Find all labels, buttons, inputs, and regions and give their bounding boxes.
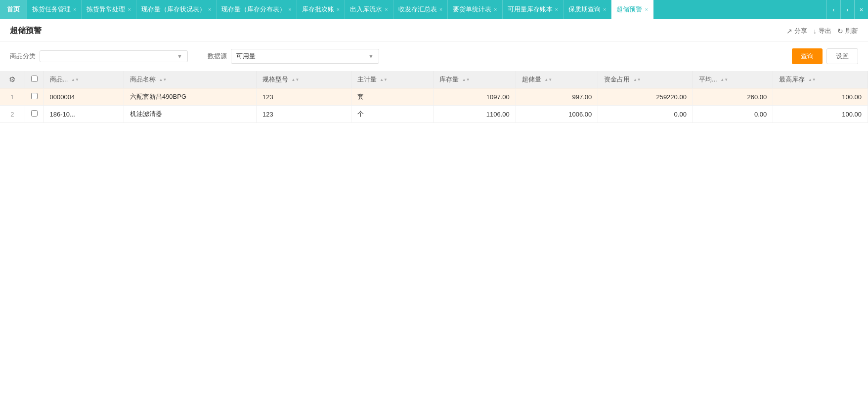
col-gear-header: ⚙ (0, 71, 25, 88)
nav-home[interactable]: 首页 (0, 0, 27, 19)
close-icon[interactable]: × (385, 6, 388, 12)
share-icon: ↗ (786, 27, 792, 35)
refresh-icon: ↻ (837, 27, 843, 35)
row-overstock: 997.00 (516, 88, 598, 106)
filter-buttons: 查询 设置 (792, 48, 858, 64)
sort-icon: ▲▼ (380, 78, 388, 82)
nav-arrows: ‹ › × (826, 0, 868, 19)
nav-item-1[interactable]: 拣货异常处理 × (82, 0, 136, 19)
export-icon: ↓ (813, 27, 817, 35)
col-checkbox-header (25, 71, 43, 88)
row-code: 0000004 (43, 88, 124, 106)
nav-item-10[interactable]: 超储预警 × (611, 0, 653, 19)
chevron-down-icon: ▼ (368, 53, 374, 59)
main-content: 超储预警 ↗ 分享 ↓ 导出 ↻ 刷新 商品分类 ▼ 数据源 (0, 19, 868, 395)
row-index: 2 (0, 106, 25, 123)
close-icon[interactable]: × (555, 6, 558, 12)
category-filter: 商品分类 ▼ (10, 50, 188, 62)
filter-row: 商品分类 ▼ 数据源 可用量 ▼ 查询 设置 (0, 41, 868, 71)
row-checkbox[interactable] (31, 93, 38, 99)
row-unit: 套 (351, 88, 434, 106)
nav-item-5[interactable]: 出入库流水 × (345, 0, 393, 19)
row-overstock: 1006.00 (516, 106, 598, 123)
category-select[interactable]: ▼ (40, 50, 188, 62)
nav-item-3[interactable]: 现存量（库存分布表） × (217, 0, 297, 19)
row-checkbox-cell (25, 88, 43, 106)
nav-item-8[interactable]: 可用量库存账本 × (503, 0, 564, 19)
page-title: 超储预警 (10, 26, 42, 36)
table-row: 1 0000004 六配套新昌490BPG 123 套 1097.00 997.… (0, 88, 868, 106)
row-avg: 260.00 (693, 88, 773, 106)
col-overstock-header: 超储量 ▲▼ (516, 71, 598, 88)
chevron-down-icon: ▼ (177, 53, 182, 59)
datasource-label: 数据源 (208, 52, 227, 61)
close-icon[interactable]: × (494, 6, 497, 12)
row-code: 186-10... (43, 106, 124, 123)
col-maxstock-header: 最高库存 ▲▼ (773, 71, 868, 88)
col-unit-header: 主计量 ▲▼ (351, 71, 434, 88)
refresh-button[interactable]: ↻ 刷新 (837, 27, 858, 36)
close-icon[interactable]: × (288, 6, 291, 12)
row-name: 六配套新昌490BPG (124, 88, 256, 106)
table-container: ⚙ 商品... ▲▼ 商品名称 ▲▼ 规格型号 ▲▼ (0, 71, 868, 123)
row-checkbox[interactable] (31, 110, 38, 117)
sort-icon: ▲▼ (544, 78, 552, 82)
nav-item-9[interactable]: 保质期查询 × (564, 0, 611, 19)
nav-item-4[interactable]: 库存批次账 × (297, 0, 345, 19)
row-index: 1 (0, 88, 25, 106)
table-body: 1 0000004 六配套新昌490BPG 123 套 1097.00 997.… (0, 88, 868, 123)
datasource-select-value: 可用量 (236, 52, 256, 61)
category-label: 商品分类 (10, 52, 36, 61)
share-button[interactable]: ↗ 分享 (786, 27, 807, 36)
close-icon[interactable]: × (208, 6, 211, 12)
row-spec: 123 (256, 88, 351, 106)
sort-icon: ▲▼ (720, 78, 728, 82)
sort-icon: ▲▼ (462, 78, 470, 82)
col-name-header: 商品名称 ▲▼ (124, 71, 256, 88)
close-icon[interactable]: × (128, 6, 130, 12)
col-capital-header: 资金占用 ▲▼ (598, 71, 693, 88)
row-spec: 123 (256, 106, 351, 123)
export-button[interactable]: ↓ 导出 (813, 27, 831, 36)
nav-item-7[interactable]: 要货单统计表 × (448, 0, 502, 19)
table-row: 2 186-10... 机油滤清器 123 个 1106.00 1006.00 … (0, 106, 868, 123)
nav-item-0[interactable]: 拣货任务管理 × (27, 0, 82, 19)
settings-button[interactable]: 设置 (826, 48, 858, 64)
row-name: 机油滤清器 (124, 106, 256, 123)
nav-item-6[interactable]: 收发存汇总表 × (393, 0, 448, 19)
sort-icon: ▲▼ (159, 78, 167, 82)
top-navigation: 首页 拣货任务管理 × 拣货异常处理 × 现存量（库存状况表） × 现存量（库存… (0, 0, 868, 19)
row-maxstock: 100.00 (773, 88, 868, 106)
close-icon[interactable]: × (73, 6, 76, 12)
datasource-filter: 数据源 可用量 ▼ (208, 49, 379, 64)
close-icon[interactable]: × (645, 6, 648, 12)
row-checkbox-cell (25, 106, 43, 123)
sort-icon: ▲▼ (292, 78, 300, 82)
row-capital: 259220.00 (598, 88, 693, 106)
settings-gear-icon[interactable]: ⚙ (9, 75, 15, 83)
row-stock: 1106.00 (434, 106, 516, 123)
sort-icon: ▲▼ (808, 78, 816, 82)
close-icon[interactable]: × (337, 6, 340, 12)
sort-icon: ▲▼ (71, 78, 79, 82)
table-header-row: ⚙ 商品... ▲▼ 商品名称 ▲▼ 规格型号 ▲▼ (0, 71, 868, 88)
col-stock-header: 库存量 ▲▼ (434, 71, 516, 88)
nav-close-btn[interactable]: × (854, 0, 868, 19)
row-maxstock: 100.00 (773, 106, 868, 123)
query-button[interactable]: 查询 (792, 48, 823, 64)
close-icon[interactable]: × (439, 6, 442, 12)
nav-arrow-right[interactable]: › (840, 0, 854, 19)
header-actions: ↗ 分享 ↓ 导出 ↻ 刷新 (786, 27, 858, 36)
sort-icon: ▲▼ (633, 78, 641, 82)
select-all-checkbox[interactable] (31, 76, 38, 82)
row-unit: 个 (351, 106, 434, 123)
row-stock: 1097.00 (434, 88, 516, 106)
row-avg: 0.00 (693, 106, 773, 123)
close-icon[interactable]: × (603, 6, 606, 12)
col-code-header: 商品... ▲▼ (43, 71, 124, 88)
nav-item-2[interactable]: 现存量（库存状况表） × (136, 0, 217, 19)
nav-arrow-left[interactable]: ‹ (826, 0, 840, 19)
page-header: 超储预警 ↗ 分享 ↓ 导出 ↻ 刷新 (0, 19, 868, 41)
col-avg-header: 平均... ▲▼ (693, 71, 773, 88)
datasource-select[interactable]: 可用量 ▼ (231, 49, 379, 64)
